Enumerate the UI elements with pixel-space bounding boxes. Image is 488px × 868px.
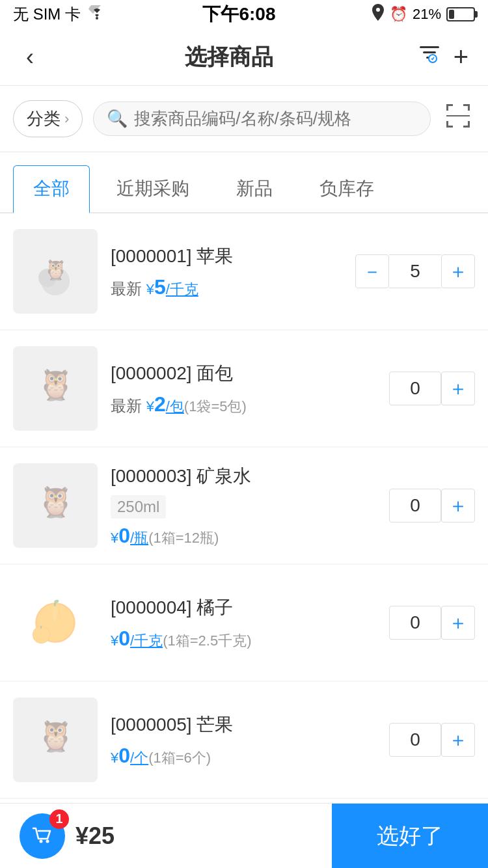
page-title: 选择商品 bbox=[185, 42, 273, 72]
svg-rect-10 bbox=[446, 121, 448, 128]
qty-control-0000002: ＋ bbox=[389, 372, 475, 405]
qty-input-0000003[interactable] bbox=[389, 489, 441, 522]
product-image-0000001: 🦉 bbox=[13, 229, 98, 314]
svg-text:🦉: 🦉 bbox=[37, 484, 75, 520]
svg-point-0 bbox=[96, 17, 98, 20]
svg-point-24 bbox=[33, 627, 49, 643]
product-info-0000004: [0000004] 橘子 ¥0/千克(1箱=2.5千克) bbox=[111, 595, 376, 651]
nav-actions: + bbox=[418, 42, 468, 72]
product-price-0000003: ¥0/瓶(1箱=12瓶) bbox=[111, 524, 376, 548]
cart-section: 1 ¥25 bbox=[0, 813, 332, 859]
cart-total: ¥25 bbox=[75, 822, 115, 850]
product-price-0000004: ¥0/千克(1箱=2.5千克) bbox=[111, 627, 376, 651]
qty-minus-0000001[interactable]: － bbox=[355, 254, 389, 288]
search-box[interactable]: 🔍 bbox=[93, 102, 431, 136]
nav-bar: ‹ 选择商品 + bbox=[0, 29, 488, 86]
qty-input-0000005[interactable] bbox=[389, 723, 441, 757]
svg-point-30 bbox=[46, 839, 49, 843]
filter-bar: 分类 › 🔍 bbox=[0, 86, 488, 152]
product-price-0000002: 最新 ¥2/包(1袋=5包) bbox=[111, 392, 376, 416]
svg-text:🦉: 🦉 bbox=[44, 258, 68, 282]
list-item: [0000004] 橘子 ¥0/千克(1箱=2.5千克) ＋ bbox=[0, 565, 488, 681]
status-right: ⏰ 21% bbox=[372, 4, 475, 25]
product-price-0000005: ¥0/个(1箱=6个) bbox=[111, 744, 376, 768]
qty-plus-0000003[interactable]: ＋ bbox=[441, 489, 475, 522]
svg-rect-25 bbox=[40, 626, 42, 629]
product-info-0000003: [0000003] 矿泉水 250ml ¥0/瓶(1箱=12瓶) bbox=[111, 464, 376, 548]
battery-icon bbox=[446, 7, 475, 21]
search-input[interactable] bbox=[134, 109, 417, 129]
battery-text: 21% bbox=[413, 6, 441, 23]
svg-point-29 bbox=[40, 839, 43, 843]
back-button[interactable]: ‹ bbox=[20, 37, 40, 77]
product-image-0000004 bbox=[13, 580, 98, 665]
product-spec-0000003: 250ml bbox=[111, 495, 166, 519]
qty-input-0000001[interactable] bbox=[389, 254, 441, 288]
svg-text:🦉: 🦉 bbox=[37, 718, 75, 754]
status-time: 下午6:08 bbox=[202, 2, 275, 27]
tab-negative[interactable]: 负库存 bbox=[299, 165, 394, 212]
product-image-0000005: 🦉 bbox=[13, 698, 98, 782]
list-item: 🦉 [0000003] 矿泉水 250ml ¥0/瓶(1箱=12瓶) ＋ bbox=[0, 448, 488, 563]
product-info-0000001: [0000001] 苹果 最新 ¥5/千克 bbox=[111, 244, 342, 299]
product-image-0000002: 🦉 bbox=[13, 346, 98, 431]
product-name-0000003: [0000003] 矿泉水 bbox=[111, 464, 376, 489]
qty-control-0000004: ＋ bbox=[389, 606, 475, 640]
category-button[interactable]: 分类 › bbox=[13, 100, 83, 137]
carrier-text: 无 SIM 卡 bbox=[13, 4, 81, 25]
product-name-0000001: [0000001] 苹果 bbox=[111, 244, 342, 269]
cart-icon-button[interactable]: 1 bbox=[20, 813, 65, 859]
qty-plus-0000004[interactable]: ＋ bbox=[441, 606, 475, 640]
tab-bar: 全部 近期采购 新品 负库存 bbox=[0, 152, 488, 213]
location-icon bbox=[372, 4, 385, 25]
svg-rect-13 bbox=[446, 115, 470, 116]
svg-rect-1 bbox=[420, 46, 439, 48]
qty-plus-0000005[interactable]: ＋ bbox=[441, 723, 475, 757]
product-info-0000005: [0000005] 芒果 ¥0/个(1箱=6个) bbox=[111, 712, 376, 768]
status-left: 无 SIM 卡 bbox=[13, 4, 107, 25]
product-name-0000004: [0000004] 橘子 bbox=[111, 595, 376, 620]
status-bar: 无 SIM 卡 下午6:08 ⏰ 21% bbox=[0, 0, 488, 29]
list-item: 🦉 [0000001] 苹果 最新 ¥5/千克 － ＋ bbox=[0, 213, 488, 329]
tab-all[interactable]: 全部 bbox=[13, 165, 90, 213]
bottom-bar: 1 ¥25 选好了 bbox=[0, 803, 488, 868]
qty-control-0000001: － ＋ bbox=[355, 254, 475, 288]
tab-recent[interactable]: 近期采购 bbox=[96, 165, 210, 212]
product-image-0000003: 🦉 bbox=[13, 463, 98, 548]
qty-input-0000002[interactable] bbox=[389, 372, 441, 405]
confirm-button[interactable]: 选好了 bbox=[332, 804, 488, 869]
product-name-0000005: [0000005] 芒果 bbox=[111, 712, 376, 737]
list-item: 🦉 [0000005] 芒果 ¥0/个(1箱=6个) ＋ bbox=[0, 682, 488, 798]
svg-rect-2 bbox=[423, 51, 436, 53]
list-item: 🦉 [0000002] 面包 最新 ¥2/包(1袋=5包) ＋ bbox=[0, 331, 488, 446]
svg-rect-12 bbox=[468, 121, 470, 128]
qty-control-0000003: ＋ bbox=[389, 489, 475, 522]
qty-plus-0000002[interactable]: ＋ bbox=[441, 372, 475, 405]
svg-text:🦉: 🦉 bbox=[37, 367, 75, 403]
filter-icon[interactable] bbox=[418, 43, 441, 71]
tab-new[interactable]: 新品 bbox=[216, 165, 293, 212]
svg-rect-6 bbox=[446, 104, 448, 111]
qty-input-0000004[interactable] bbox=[389, 606, 441, 640]
chevron-right-icon: › bbox=[64, 111, 69, 128]
scan-icon[interactable] bbox=[441, 99, 475, 139]
product-list: 🦉 [0000001] 苹果 最新 ¥5/千克 － ＋ 🦉 [0000002] … bbox=[0, 213, 488, 868]
alarm-icon: ⏰ bbox=[390, 6, 407, 23]
product-price-0000001: 最新 ¥5/千克 bbox=[111, 275, 342, 299]
svg-rect-8 bbox=[468, 104, 470, 111]
search-icon: 🔍 bbox=[107, 109, 128, 129]
qty-plus-0000001[interactable]: ＋ bbox=[441, 254, 475, 288]
qty-control-0000005: ＋ bbox=[389, 723, 475, 757]
product-name-0000002: [0000002] 面包 bbox=[111, 361, 376, 386]
cart-badge: 1 bbox=[49, 809, 69, 829]
add-icon[interactable]: + bbox=[454, 42, 468, 72]
product-info-0000002: [0000002] 面包 最新 ¥2/包(1袋=5包) bbox=[111, 361, 376, 416]
cart-icon bbox=[29, 823, 55, 849]
wifi-icon bbox=[87, 5, 107, 23]
category-label: 分类 bbox=[27, 107, 61, 130]
